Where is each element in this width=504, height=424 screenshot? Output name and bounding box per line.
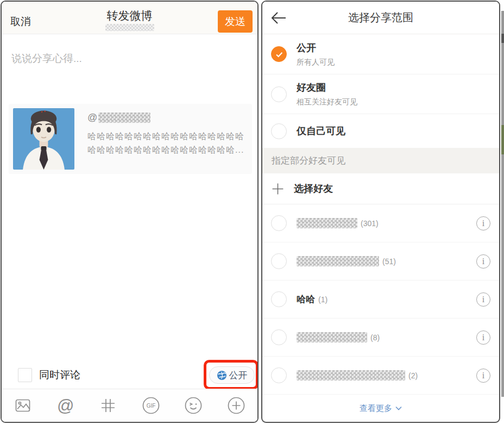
compose-text-input[interactable]: 说说分享心得... [11,52,82,66]
share-scope-panel: 选择分享范围 公开 所有人可见 好友圈 相互关注好友可见 仅自己可见 指定部分好… [261,1,500,423]
member-count: (51) [382,257,396,266]
blurred-group-name [297,370,405,381]
option-subtitle: 所有人可见 [297,58,335,67]
plus-icon [271,182,285,196]
visibility-label: 公开 [229,369,248,382]
radio-icon[interactable] [271,123,287,139]
composer-header: 取消 转发微博 发送 [2,2,257,34]
blurred-group-name [297,256,379,266]
section-header: 指定部分好友可见 [262,148,499,173]
composer-toolbar: @ GIF [2,389,257,422]
radio-icon[interactable] [271,291,287,307]
info-icon[interactable]: i [476,331,490,345]
blurred-username [98,113,150,123]
repost-composer-panel: 取消 转发微博 发送 说说分享心得... [1,1,259,423]
radio-icon[interactable] [271,329,287,345]
more-plus-icon[interactable] [226,395,247,416]
view-more-link[interactable]: 查看更多 [262,395,499,422]
option-subtitle: 相互关注好友可见 [297,97,357,107]
friend-group-row[interactable]: (301) i [262,204,499,242]
info-icon[interactable]: i [476,369,490,383]
option-label: 好友圈 [297,81,357,94]
emoji-icon[interactable] [183,395,204,416]
visibility-selector-button[interactable]: 公开 [209,366,255,384]
globe-icon [217,370,227,381]
scope-title: 选择分享范围 [262,10,499,25]
quoted-post-text: 哈哈哈哈哈哈哈哈哈哈哈哈哈哈哈哈哈 哈哈哈哈哈哈哈哈哈哈哈哈哈哈哈哈... [87,129,247,157]
member-count: (8) [370,333,380,342]
option-only-me[interactable]: 仅自己可见 [262,114,499,148]
send-button[interactable]: 发送 [218,10,253,33]
photo-icon[interactable] [12,395,33,416]
info-icon[interactable]: i [476,292,490,307]
radio-icon[interactable] [271,215,287,231]
mention-icon[interactable]: @ [55,395,76,416]
select-friends-label: 选择好友 [294,182,333,195]
member-count: (1) [318,295,327,304]
hashtag-icon[interactable] [98,395,118,416]
scope-header: 选择分享范围 [262,2,499,34]
select-friends-row[interactable]: 选择好友 [262,173,499,204]
blurred-group-name [297,218,357,228]
option-public[interactable]: 公开 所有人可见 [262,34,499,74]
also-comment-label: 同时评论 [39,368,80,382]
option-friends-circle[interactable]: 好友圈 相互关注好友可见 [262,74,499,114]
chevron-down-icon [395,406,402,410]
svg-text:GIF: GIF [146,403,155,409]
radio-icon[interactable] [271,86,287,102]
info-icon[interactable]: i [476,254,490,269]
quoted-post-card[interactable]: @ 哈哈哈哈哈哈哈哈哈哈哈哈哈哈哈哈哈 哈哈哈哈哈哈哈哈哈哈哈哈哈哈哈哈... [9,104,252,174]
blurred-group-name [297,332,367,342]
quoted-post-content: @ 哈哈哈哈哈哈哈哈哈哈哈哈哈哈哈哈哈 哈哈哈哈哈哈哈哈哈哈哈哈哈哈哈哈... [87,112,247,157]
radio-icon[interactable] [271,367,287,383]
radio-selected-icon[interactable] [271,46,287,62]
friend-group-row[interactable]: (8) i [262,319,499,357]
screen-edge-artifact [501,0,504,424]
mention-at: @ [87,112,97,123]
group-name: 哈哈 [297,293,315,305]
member-count: (2) [408,371,418,380]
member-count: (301) [361,219,379,228]
radio-icon[interactable] [271,253,287,269]
option-label: 公开 [297,41,335,54]
option-label: 仅自己可见 [297,124,345,138]
also-comment-row: 同时评论 [18,368,80,382]
avatar [13,108,74,170]
info-icon[interactable]: i [476,216,490,230]
friend-group-row[interactable]: (51) i [262,242,499,280]
blurred-subtitle [105,24,154,31]
friend-group-row[interactable]: (2) i [262,357,499,395]
gif-icon[interactable]: GIF [141,395,161,416]
also-comment-checkbox[interactable] [18,368,32,382]
view-more-label: 查看更多 [360,403,392,414]
friend-group-row[interactable]: 哈哈 (1) i [262,280,499,319]
